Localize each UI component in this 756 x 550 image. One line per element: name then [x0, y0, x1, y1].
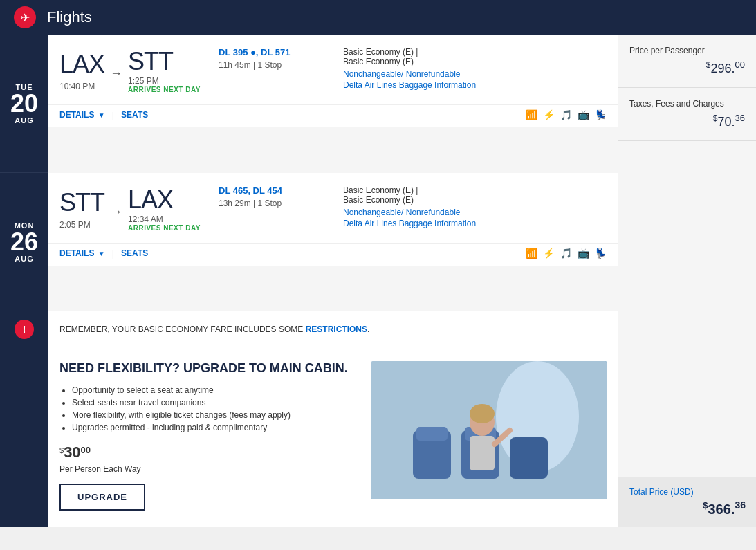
svg-rect-8	[470, 436, 495, 470]
header: ✈ Flights	[0, 0, 756, 35]
flight-2-sidebar: MON 26 AUG	[0, 173, 48, 311]
flight-1-arrive: 1:25 PM	[128, 76, 201, 86]
flight-1-details: LAX 10:40 PM → STT 1:25 PM ARRIVES NEXT …	[48, 35, 618, 127]
route-arrow-1: →	[110, 59, 122, 81]
price-per-passenger-value: $296.00	[629, 59, 745, 76]
flight-1-seats-btn[interactable]: SEATS	[121, 110, 148, 120]
upgrade-benefit-4: Upgrades permitted - including paid & co…	[72, 423, 360, 432]
flight-2-arrive: 12:34 AM	[128, 214, 201, 224]
flight-1-origin: LAX	[59, 50, 104, 79]
price-per-passenger-row: Price per Passenger $296.00	[618, 35, 756, 88]
warning-text: REMEMBER, YOUR BASIC ECONOMY FARE INCLUD…	[59, 324, 369, 334]
upgrade-content-area: NEED FLEXIBILITY? UPGRADE TO MAIN CABIN.…	[48, 347, 618, 524]
flight-2-class-col: Basic Economy (E) | Basic Economy (E) No…	[336, 185, 607, 228]
total-price-label: Total Price (USD)	[629, 487, 746, 497]
upgrade-per-person: Per Person Each Way	[59, 464, 360, 474]
total-price-block: Total Price (USD) $366.36	[618, 477, 756, 527]
amenities-2: 📶 ⚡ 🎵 📺 💺	[526, 248, 607, 259]
flight-2-class-1: Basic Economy (E) |	[343, 185, 607, 195]
power-icon-2: ⚡	[543, 248, 555, 259]
flight-1-class-2: Basic Economy (E)	[343, 57, 607, 66]
flight-1-depart: 10:40 PM	[59, 82, 104, 91]
flight-2-class-2: Basic Economy (E)	[343, 195, 607, 205]
flight-2-details-btn[interactable]: DETAILS ▼	[59, 248, 105, 258]
warning-end: .	[367, 324, 369, 334]
svg-rect-6	[510, 437, 548, 479]
flights-icon: ✈	[14, 6, 36, 28]
total-price-value: $366.36	[629, 499, 746, 517]
upgrade-sidebar	[0, 347, 48, 527]
flight-1-dest-block: STT 1:25 PM ARRIVES NEXT DAY	[128, 47, 201, 93]
price-panel-spacer	[618, 173, 756, 311]
wifi-icon: 📶	[526, 109, 537, 120]
warning-icon: !	[15, 320, 34, 339]
flight-2-route: STT 2:05 PM → LAX 12:34 AM ARRIVES NEXT …	[59, 185, 212, 232]
flight-2-origin: STT	[59, 188, 104, 217]
flight-2-dest-block: LAX 12:34 AM ARRIVES NEXT DAY	[128, 185, 201, 232]
restrictions-link[interactable]: RESTRICTIONS	[306, 324, 367, 334]
flight-1-next-day: ARRIVES NEXT DAY	[128, 86, 201, 93]
flight-1-row: TUE 20 AUG LAX 10:40 PM → STT	[0, 35, 756, 173]
divider-2: |	[112, 248, 114, 259]
entertainment-icon-2: 🎵	[560, 248, 572, 259]
flight-1-class-1: Basic Economy (E) |	[343, 47, 607, 57]
flight-2-info: STT 2:05 PM → LAX 12:34 AM ARRIVES NEXT …	[48, 173, 618, 237]
flight-2-actions: DETAILS ▼ | SEATS 📶 ⚡ 🎵 📺 💺	[48, 243, 618, 266]
flight-2-policy-link[interactable]: Nonchangeable/ Nonrefundable	[343, 208, 607, 217]
price-right-spacer	[618, 347, 756, 477]
price-spacer	[618, 141, 756, 173]
flight-2-details: STT 2:05 PM → LAX 12:34 AM ARRIVES NEXT …	[48, 173, 618, 266]
screen-icon-2: 📺	[578, 248, 589, 259]
price-panel: Price per Passenger $296.00 Taxes, Fees …	[618, 35, 756, 173]
warning-row: ! REMEMBER, YOUR BASIC ECONOMY FARE INCL…	[0, 311, 756, 347]
flight-1-dest: STT	[128, 47, 201, 76]
route-arrow-2: →	[110, 198, 122, 219]
flight-2-numbers-col: DL 465, DL 454 13h 29m | 1 Stop	[212, 185, 336, 208]
flight-1-class-col: Basic Economy (E) | Basic Economy (E) No…	[336, 47, 607, 90]
flight-2-origin-block: STT 2:05 PM	[59, 188, 104, 230]
divider-1: |	[112, 110, 114, 120]
flight-1-sidebar: TUE 20 AUG	[0, 35, 48, 173]
flight-1-date: TUE 20 AUG	[0, 35, 48, 173]
upgrade-image	[371, 361, 607, 499]
amenities-1: 📶 ⚡ 🎵 📺 💺	[526, 109, 607, 120]
taxes-label: Taxes, Fees and Charges	[629, 99, 745, 109]
upgrade-section: NEED FLEXIBILITY? UPGRADE TO MAIN CABIN.…	[48, 347, 618, 527]
upgrade-price: $3000	[59, 443, 360, 461]
upgrade-benefits-list: Opportunity to select a seat at anytime …	[59, 385, 360, 432]
flight-1-baggage-link[interactable]: Delta Air Lines Baggage Information	[343, 80, 607, 90]
warning-price-spacer	[618, 311, 756, 347]
svg-point-9	[470, 404, 495, 423]
flight-1-details-btn[interactable]: DETAILS ▼	[59, 110, 105, 120]
flight-1-card: LAX 10:40 PM → STT 1:25 PM ARRIVES NEXT …	[48, 35, 618, 173]
svg-rect-3	[416, 427, 448, 441]
warning-sidebar: !	[0, 311, 48, 347]
seat-icon: 💺	[595, 109, 607, 120]
flight-1-numbers-link[interactable]: DL 395 ●, DL 571	[219, 47, 290, 57]
wifi-icon-2: 📶	[526, 248, 537, 259]
price-per-passenger-label: Price per Passenger	[629, 46, 745, 55]
entertainment-icon: 🎵	[560, 109, 572, 120]
upgrade-title: NEED FLEXIBILITY? UPGRADE TO MAIN CABIN.	[59, 361, 360, 376]
taxes-row: Taxes, Fees and Charges $70.36	[618, 88, 756, 141]
upgrade-row: NEED FLEXIBILITY? UPGRADE TO MAIN CABIN.…	[0, 347, 756, 527]
flight-2-card: STT 2:05 PM → LAX 12:34 AM ARRIVES NEXT …	[48, 173, 618, 311]
flight-1-policy-link[interactable]: Nonchangeable/ Nonrefundable	[343, 69, 607, 79]
taxes-value: $70.36	[629, 113, 745, 129]
upgrade-benefit-2: Select seats near travel companions	[72, 398, 360, 407]
flight-2-row: MON 26 AUG STT 2:05 PM → LAX 12:	[0, 173, 756, 311]
flight-2-dest: LAX	[128, 185, 201, 214]
flight-1-route: LAX 10:40 PM → STT 1:25 PM ARRIVES NEXT …	[59, 47, 212, 93]
warning-content: REMEMBER, YOUR BASIC ECONOMY FARE INCLUD…	[48, 311, 618, 347]
flight-1-info: LAX 10:40 PM → STT 1:25 PM ARRIVES NEXT …	[48, 35, 618, 99]
flight-1-numbers-col: DL 395 ●, DL 571 11h 45m | 1 Stop	[212, 47, 336, 70]
flight-1-origin-block: LAX 10:40 PM	[59, 50, 104, 91]
warning-text-main: REMEMBER, YOUR BASIC ECONOMY FARE INCLUD…	[59, 324, 306, 334]
page-wrapper: ✈ Flights TUE 20 AUG LAX 10:40 PM	[0, 0, 756, 550]
page-title: Flights	[47, 8, 92, 26]
flight-2-baggage-link[interactable]: Delta Air Lines Baggage Information	[343, 219, 607, 228]
upgrade-button[interactable]: UPGRADE	[59, 484, 145, 511]
flight-2-numbers-link[interactable]: DL 465, DL 454	[219, 185, 282, 196]
flight-2-seats-btn[interactable]: SEATS	[121, 248, 148, 258]
flight-1-actions: DETAILS ▼ | SEATS 📶 ⚡ 🎵 📺 💺	[48, 104, 618, 127]
